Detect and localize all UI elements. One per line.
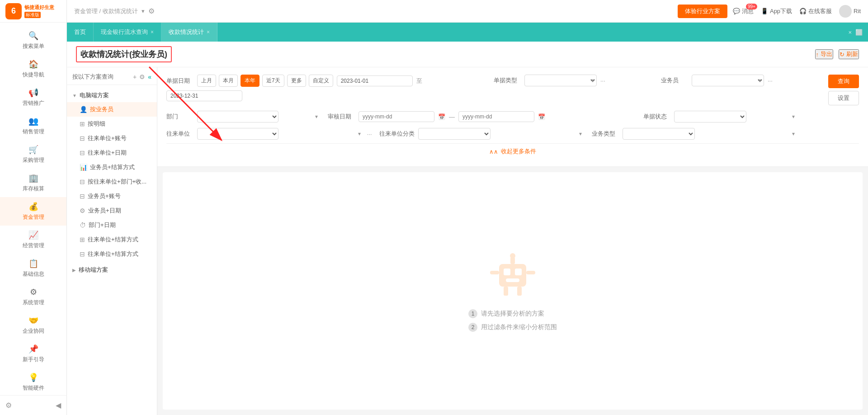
scheme-settings-btn[interactable]: ⚙ [139,73,145,80]
tree-item-partner-date[interactable]: ⊟ 往来单位+日期 [67,146,157,160]
tree-item-salesperson-date[interactable]: ⚙ 业务员+日期 [67,203,157,218]
tree-item-icon: 📊 [80,164,87,171]
export-btn[interactable]: ↑ 导出 [815,49,834,59]
app-download-btn[interactable]: 📱 App下载 [761,7,792,15]
sidebar-item-collab[interactable]: 🤝 企业协同 [0,311,66,340]
biz-type-filter: 业务类型 [592,128,797,140]
logo-icon: 6 [5,3,22,19]
calendar-icon-to[interactable]: 📅 [538,113,545,120]
review-date-to[interactable] [458,111,534,122]
tree-item-icon: ⊟ [80,149,85,156]
tree-item-partner-settle2[interactable]: ⊟ 往来单位+结算方式 [67,247,157,261]
sidebar-item-inventory[interactable]: 🏢 库存核算 [0,169,66,197]
trial-button[interactable]: 体验行业方案 [678,5,727,18]
tab-cashflow-close[interactable]: × [151,29,154,35]
dept-select[interactable] [197,111,278,123]
tree-group-desktop: ▼ 电脑端方案 👤 按业务员 ⊞ 按明细 ⊟ [67,89,157,261]
partner-category-select[interactable] [418,128,491,140]
salesperson-filter: 业务员 ··· [661,75,821,86]
salesperson-select[interactable] [692,75,764,86]
tab-home[interactable]: 首页 [67,23,94,42]
sidebar-item-search[interactable]: 🔍 搜索菜单 [0,26,66,55]
sidebar-item-guide[interactable]: 📌 新手引导 [0,340,66,368]
settings-button[interactable]: 设置 [828,91,859,105]
tree-item-salesperson[interactable]: 👤 按业务员 [67,102,157,117]
tab-receipt-close[interactable]: × [207,29,210,35]
left-panel: 按以下方案查询 + ⚙ « ▼ 电脑端方案 [67,67,157,415]
tree-item-salesperson-settle[interactable]: 📊 业务员+结算方式 [67,160,157,174]
guide-icon: 📌 [28,344,38,354]
tree-item-partner-settle1[interactable]: ⊞ 往来单位+结算方式 [67,232,157,247]
settings-footer-btn[interactable]: ⚙ [5,401,12,410]
sidebar-item-purchase[interactable]: 🛒 采购管理 [0,140,66,169]
tree-item-salesperson-account[interactable]: ⊟ 业务员+账号 [67,189,157,203]
tab-close-all-btn[interactable]: × [848,29,852,36]
header-gear-btn[interactable]: ⚙ [148,7,155,15]
operation-icon: 📈 [28,230,38,240]
date-btn-this-year[interactable]: 本年 [241,75,259,87]
breadcrumb: 资金管理 / 收款情况统计 [74,7,138,15]
tree-item-icon: ⏱ [80,222,86,229]
refresh-btn[interactable]: ↻ 刷新 [839,49,859,59]
tree-group-mobile-header[interactable]: ▶ 移动端方案 [67,263,157,277]
sidebar-item-finance[interactable]: 💰 资金管理 [0,197,66,226]
biz-type-select-wrapper [623,128,797,140]
tree-item-label: 往来单位+日期 [88,149,127,157]
left-panel-header: 按以下方案查询 + ⚙ « [67,67,157,85]
date-btn-7days[interactable]: 近7天 [262,75,284,87]
tab-receipt-stats[interactable]: 收款情况统计 × [161,23,217,42]
filter-row-2: 部门 审核日期 📅 — [166,111,859,123]
online-service-btn[interactable]: 🎧 在线客服 [799,7,832,15]
tree-item-partner-dept[interactable]: ⊟ 按往来单位+部门+收... [67,174,157,189]
date-btn-more[interactable]: 更多 [287,75,306,87]
add-scheme-btn[interactable]: + [133,73,137,80]
sidebar-item-sales[interactable]: 👥 销售管理 [0,112,66,140]
tree-item-detail[interactable]: ⊞ 按明细 [67,117,157,131]
tree-item-dept-date[interactable]: ⏱ 部门+日期 [67,218,157,232]
partner-more-btn[interactable]: ··· [367,131,372,137]
tree-item-partner-account[interactable]: ⊟ 往来单位+账号 [67,131,157,146]
tab-bar: 首页 现金银行流水查询 × 收款情况统计 × × ⬜ [67,23,868,42]
doc-type-more-btn[interactable]: ··· [600,77,605,84]
date-btn-custom[interactable]: 自定义 [309,75,333,87]
sidebar-item-operation[interactable]: 📈 经营管理 [0,226,66,254]
user-avatar[interactable]: Rit [839,5,861,18]
date-to-input[interactable] [166,90,242,101]
tab-home-label: 首页 [74,28,86,36]
date-from-input[interactable] [337,75,413,86]
calendar-icon-from[interactable]: 📅 [438,113,445,120]
biz-type-label: 业务类型 [592,130,619,138]
breadcrumb-dropdown[interactable]: ▾ [142,8,145,14]
tab-cashflow[interactable]: 现金银行流水查询 × [94,23,161,42]
collapse-panel-btn[interactable]: « [148,73,151,80]
biz-type-select[interactable] [623,128,695,140]
sidebar-item-hardware[interactable]: 💡 智能硬件 [0,368,66,395]
date-btn-this-month[interactable]: 本月 [219,75,238,87]
partner-category-label: 往来单位分类 [379,130,415,138]
partner-select[interactable] [197,128,278,140]
message-btn[interactable]: 💬 消息 99+ [733,7,754,15]
date-btn-last-month[interactable]: 上月 [197,75,216,87]
doc-status-select[interactable] [674,111,746,123]
page-actions: ↑ 导出 ↻ 刷新 [815,49,859,59]
left-panel-actions: + ⚙ « [133,73,151,80]
dept-filter: 部门 [166,111,321,123]
sidebar-item-system[interactable]: ⚙ 系统管理 [0,283,66,311]
tab-maximize-btn[interactable]: ⬜ [855,29,863,36]
tree-item-icon-detail: ⊞ [80,120,85,127]
doc-type-filter: 单据类型 ··· [494,75,654,86]
salesperson-more-btn[interactable]: ··· [768,77,773,84]
sidebar-item-label: 经营管理 [23,242,44,250]
collapse-filter-btn[interactable]: ∧∧ 收起更多条件 [166,143,859,159]
sidebar: 6 畅捷通好生意 标准版 🔍 搜索菜单 🏠 快捷导航 📢 营销推广 👥 销售管理… [0,0,67,415]
sidebar-item-quicknav[interactable]: 🏠 快捷导航 [0,55,66,83]
review-date-from[interactable] [359,111,434,122]
query-button[interactable]: 查询 [828,75,859,88]
tree-group-desktop-header[interactable]: ▼ 电脑端方案 [67,89,157,102]
sidebar-item-basic[interactable]: 📋 基础信息 [0,254,66,283]
collapse-sidebar-btn[interactable]: ◀‌‌‌‌‌‌‌‌‌‌‌‌‌‌‌‌‌‌‌ [56,401,61,410]
doc-type-select[interactable] [524,75,597,86]
partner-label: 往来单位 [166,130,193,138]
sidebar-item-marketing[interactable]: 📢 营销推广 [0,83,66,112]
empty-step2-text: 用过滤条件来缩小分析范围 [481,323,557,331]
